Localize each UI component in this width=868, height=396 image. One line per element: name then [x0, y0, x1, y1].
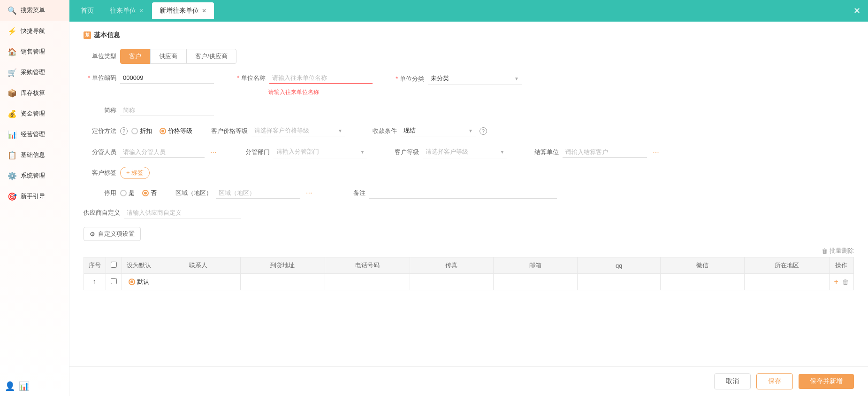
manager-input[interactable]	[120, 147, 205, 158]
sidebar-item-search[interactable]: 🔍 搜索菜单	[0, 0, 69, 21]
window-close-button[interactable]: ✕	[850, 4, 864, 18]
region-input[interactable]	[216, 187, 300, 199]
unit-category-value: 未分类	[431, 74, 449, 83]
sidebar-item-guide[interactable]: 🎯 新手引导	[0, 186, 69, 207]
fax-input[interactable]	[415, 279, 489, 286]
email-input[interactable]	[498, 279, 572, 286]
row-add-btn[interactable]: +	[834, 278, 838, 286]
tab-new-partner-close[interactable]: ✕	[202, 8, 206, 14]
dept-chevron: ▼	[360, 149, 365, 155]
custom-settings-label: 自定义项设置	[98, 230, 135, 238]
customer-level-select[interactable]: 请选择客户等级 ▼	[423, 146, 507, 158]
department-label: 分管部门	[237, 148, 270, 156]
sidebar-label-purchase: 采购管理	[21, 68, 45, 77]
batch-delete-label[interactable]: 批量删除	[830, 247, 854, 255]
row-default-radio[interactable]	[129, 279, 135, 285]
cpl-chevron: ▼	[338, 128, 343, 133]
sidebar-item-operation[interactable]: 📊 经营管理	[0, 124, 69, 145]
purchase-icon: 🛒	[8, 68, 17, 77]
quick-nav-icon: ⚡	[8, 26, 17, 36]
row-contact[interactable]	[156, 274, 241, 290]
tab-partner[interactable]: 往来单位 ✕	[102, 2, 151, 19]
select-all-checkbox[interactable]	[111, 262, 117, 268]
tab-partner-close[interactable]: ✕	[139, 8, 144, 14]
manager-dots[interactable]: ···	[208, 148, 218, 156]
pricing-method-group: 定价方法 ? 折扣 价格等级	[84, 127, 192, 135]
payment-terms-select[interactable]: 现结 ▼	[401, 124, 476, 137]
department-placeholder: 请输入分管部门	[276, 148, 319, 156]
qq-input[interactable]	[582, 279, 656, 286]
row-checkbox-cell	[106, 274, 122, 290]
row-email[interactable]	[494, 274, 578, 290]
save-new-button[interactable]: 保存并新增	[799, 374, 854, 389]
department-select[interactable]: 请输入分管部门 ▼	[274, 146, 367, 158]
remark-input[interactable]	[369, 187, 557, 199]
custom-settings-button[interactable]: ⚙ 自定义项设置	[84, 227, 141, 241]
th-index: 序号	[84, 257, 106, 274]
disabled-radio-group: 是 否	[120, 189, 157, 197]
unit-category-select[interactable]: 未分类 ▼	[428, 72, 522, 85]
region-dots[interactable]: ···	[304, 189, 314, 197]
save-button[interactable]: 保存	[756, 373, 793, 389]
customer-price-level-select[interactable]: 请选择客户价格等级 ▼	[251, 124, 345, 137]
department-group: 分管部门 请输入分管部门 ▼	[237, 146, 367, 158]
type-btn-supplier[interactable]: 供应商	[150, 49, 186, 64]
tab-bar: 首页 往来单位 ✕ 新增往来单位 ✕ ✕	[69, 0, 868, 22]
location-input[interactable]	[749, 279, 824, 286]
th-checkbox	[106, 257, 122, 274]
inventory-icon: 📦	[8, 88, 17, 98]
batch-delete-icon: 🗑	[822, 248, 828, 255]
form-content: 基 基本信息 单位类型 客户 供应商 客户/供应商 单位编码	[69, 22, 868, 366]
unit-name-input[interactable]	[269, 72, 373, 84]
region-group: 区域（地区） ···	[175, 187, 314, 199]
pricing-help-icon[interactable]: ?	[120, 127, 128, 135]
sidebar-item-quick-nav[interactable]: ⚡ 快捷导航	[0, 21, 69, 41]
payment-help-icon[interactable]: ?	[480, 127, 487, 135]
disabled-yes[interactable]: 是	[120, 189, 135, 197]
pricing-radio-discount[interactable]: 折扣	[131, 127, 152, 135]
row-delete-btn[interactable]: 🗑	[842, 278, 849, 286]
row-address[interactable]	[240, 274, 325, 290]
cancel-button[interactable]: 取消	[714, 373, 751, 389]
sidebar-item-system[interactable]: ⚙️ 系统管理	[0, 165, 69, 186]
settlement-input[interactable]	[563, 147, 647, 158]
row-checkbox[interactable]	[111, 278, 117, 284]
disabled-no[interactable]: 否	[142, 189, 157, 197]
short-name-input[interactable]	[120, 105, 214, 116]
add-tag-button[interactable]: + 标签	[120, 167, 150, 179]
address-input[interactable]	[245, 279, 320, 286]
short-name-row: 简称	[84, 105, 854, 116]
pricing-radio-group: 折扣 价格等级	[131, 127, 192, 135]
tab-new-partner[interactable]: 新增往来单位 ✕	[152, 2, 214, 19]
type-btn-both[interactable]: 客户/供应商	[186, 49, 236, 64]
unit-code-input[interactable]	[120, 72, 214, 84]
unit-type-label: 单位类型	[84, 52, 116, 61]
disabled-label: 停用	[84, 189, 116, 197]
phone-input[interactable]	[330, 279, 405, 286]
unit-name-group: 单位名称 请输入往来单位名称	[233, 72, 373, 96]
tab-partner-label: 往来单位	[110, 7, 136, 15]
sidebar-item-inventory[interactable]: 📦 库存核算	[0, 83, 69, 103]
sidebar-item-basic-info[interactable]: 📋 基础信息	[0, 145, 69, 165]
settlement-dots[interactable]: ···	[651, 148, 661, 156]
tab-home[interactable]: 首页	[73, 2, 101, 19]
customer-price-level-group: 客户价格等级 请选择客户价格等级 ▼	[211, 124, 345, 137]
payment-terms-value: 现结	[404, 126, 416, 135]
sidebar-item-finance[interactable]: 💰 资金管理	[0, 103, 69, 124]
wechat-input[interactable]	[665, 279, 739, 286]
row-location[interactable]	[745, 274, 830, 290]
contact-input[interactable]	[161, 279, 236, 286]
row-qq[interactable]	[577, 274, 661, 290]
row-wechat[interactable]	[661, 274, 745, 290]
row-phone[interactable]	[325, 274, 410, 290]
settlement-group: 结算单位 ···	[526, 147, 661, 158]
row-fax[interactable]	[410, 274, 494, 290]
sidebar-item-purchase[interactable]: 🛒 采购管理	[0, 62, 69, 83]
pricing-radio-price-level[interactable]: 价格等级	[160, 127, 192, 135]
supplier-custom-input[interactable]	[124, 207, 241, 218]
unit-name-label: 单位名称	[233, 74, 266, 82]
sidebar-label-basic-info: 基础信息	[21, 151, 45, 159]
type-btn-customer[interactable]: 客户	[120, 49, 150, 64]
sidebar-item-sales[interactable]: 🏠 销售管理	[0, 41, 69, 62]
row-default-label: 默认	[137, 278, 149, 286]
